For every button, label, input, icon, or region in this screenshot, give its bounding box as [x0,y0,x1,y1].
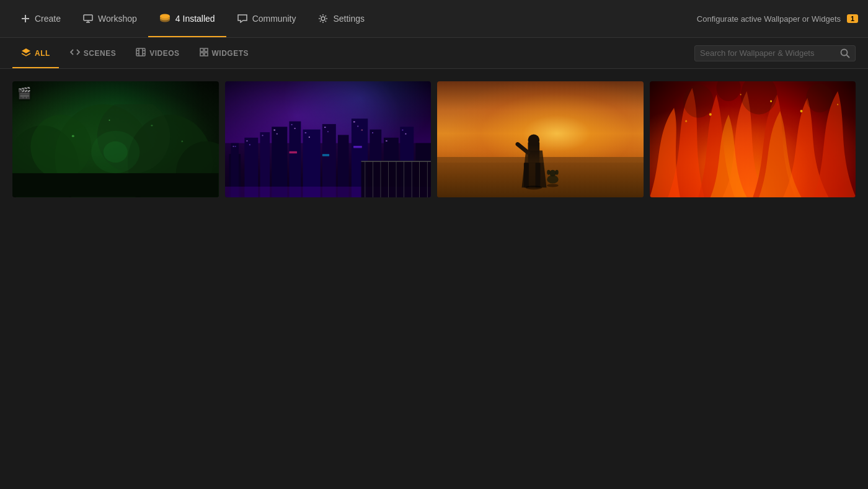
svg-rect-56 [291,124,292,125]
monitor-icon [83,14,93,23]
nav-settings[interactable]: Settings [307,0,376,37]
svg-point-102 [800,110,802,112]
svg-point-104 [837,104,838,105]
svg-point-85 [528,134,539,146]
svg-rect-15 [200,48,203,52]
svg-point-95 [683,84,713,117]
svg-rect-63 [357,125,358,127]
wallpaper-card-4[interactable] [650,81,856,197]
svg-point-92 [555,169,558,174]
svg-rect-17 [200,53,203,56]
svg-point-98 [716,81,740,101]
filter-all[interactable]: ALL [12,38,59,68]
code-icon [70,48,80,58]
plus-icon [21,14,30,23]
svg-rect-68 [405,133,406,135]
svg-point-93 [525,186,542,190]
svg-point-91 [547,169,550,174]
top-nav: Create Workshop 4 Installed Comm [0,0,868,38]
svg-point-19 [841,49,848,55]
filter-videos[interactable]: VIDEOS [127,38,188,68]
wallpaper-card-2[interactable] [225,81,432,197]
svg-point-100 [770,100,772,102]
film-icon [136,48,146,58]
nav-create[interactable]: Create [10,0,72,37]
filter-scenes-label: SCENES [84,49,116,58]
svg-point-103 [685,120,687,122]
coins-icon [159,14,170,24]
nav-workshop-label: Workshop [98,14,137,24]
layers-icon [21,48,31,58]
nav-workshop[interactable]: Workshop [72,0,148,37]
svg-point-32 [108,120,110,121]
svg-point-31 [151,125,153,127]
filter-videos-label: VIDEOS [149,49,179,58]
nav-right: Configurate active Wallpaper or Widgets … [697,14,858,24]
svg-rect-8 [136,48,145,56]
nav-installed-label: 4 Installed [175,14,215,24]
svg-point-99 [709,113,711,115]
svg-point-94 [547,184,559,187]
wallpaper-card-1[interactable]: 🎬 [12,81,219,197]
svg-rect-54 [273,129,275,130]
svg-point-29 [104,141,128,163]
chat-icon [237,14,247,23]
svg-rect-59 [308,137,309,138]
svg-rect-53 [262,135,263,136]
nav-settings-label: Settings [333,14,365,24]
config-badge[interactable]: 1 [847,14,858,23]
svg-rect-58 [304,132,306,133]
svg-rect-55 [276,133,277,135]
grid-icon [200,48,208,58]
svg-point-25 [30,115,91,179]
configure-text: Configurate active Wallpaper or Widgets [697,14,841,24]
search-area[interactable] [694,45,856,61]
svg-rect-61 [327,131,328,132]
nav-create-label: Create [35,14,61,24]
nav-installed[interactable]: 4 Installed [148,0,226,37]
svg-rect-67 [402,129,403,130]
wallpaper-grid: 🎬 [0,69,868,210]
svg-point-30 [72,135,74,137]
svg-point-6 [321,17,325,20]
svg-marker-7 [22,48,30,53]
filter-all-label: ALL [35,49,50,58]
filter-widgets[interactable]: WIDGETS [191,38,258,68]
search-icon[interactable] [840,48,850,58]
svg-point-97 [806,83,833,112]
svg-rect-16 [205,48,208,52]
video-icon-1: 🎬 [17,86,31,100]
svg-rect-64 [361,129,363,130]
filter-widgets-label: WIDGETS [212,49,249,58]
svg-line-20 [847,55,850,58]
svg-point-90 [549,169,556,176]
gear-icon [318,14,328,24]
nav-community-label: Community [252,14,296,24]
svg-rect-65 [372,132,373,133]
filter-scenes[interactable]: SCENES [61,38,125,68]
svg-rect-60 [324,127,326,128]
svg-point-101 [740,94,741,95]
filter-bar: ALL SCENES VIDEOS [0,38,868,69]
nav-community[interactable]: Community [226,0,308,37]
svg-rect-18 [205,53,208,56]
wallpaper-card-3[interactable] [437,81,644,197]
svg-point-33 [181,141,183,143]
search-input[interactable] [700,48,838,58]
svg-rect-27 [12,174,219,197]
svg-rect-57 [294,128,295,129]
svg-rect-62 [353,121,355,122]
svg-rect-2 [84,15,92,20]
